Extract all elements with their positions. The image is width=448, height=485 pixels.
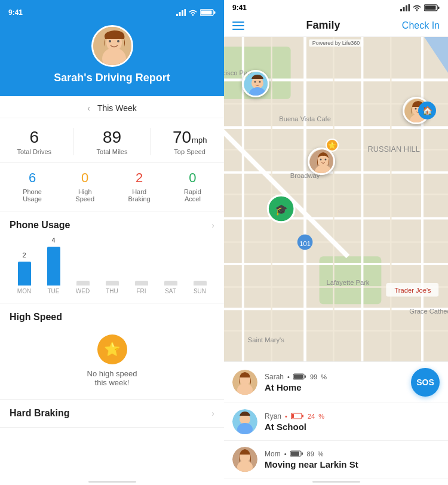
left-scrollbar xyxy=(88,481,136,483)
sarah-location: At Home xyxy=(265,382,404,392)
top-speed-label: Top Speed xyxy=(174,148,205,155)
hamburger-line-3 xyxy=(232,29,244,30)
stat-total-drives: 6 Total Drives xyxy=(17,128,51,155)
hard-braking-header[interactable]: Hard Braking › xyxy=(0,400,224,427)
bar-sat-day: SAT xyxy=(165,288,176,294)
bar-wed-day: WED xyxy=(76,288,90,294)
signal-icon xyxy=(176,9,186,16)
svg-text:Trader Joe's: Trader Joe's xyxy=(394,287,431,294)
week-nav[interactable]: ‹ This Week xyxy=(0,96,224,118)
hamburger-line-1 xyxy=(232,22,244,23)
hamburger-line-2 xyxy=(232,25,244,26)
total-miles-label: Total Miles xyxy=(97,148,128,155)
phone-usage-chart: 2 MON 4 TUE WED THU xyxy=(0,237,224,303)
home-pin: 🏠 xyxy=(418,102,436,119)
svg-rect-88 xyxy=(302,415,303,418)
bar-thu: THU xyxy=(97,271,127,294)
status-icons-right xyxy=(400,4,440,11)
sos-button[interactable]: SOS xyxy=(411,368,440,397)
member-item-ryan[interactable]: Ryan • 24 % At School xyxy=(224,403,448,441)
ryan-dot: • xyxy=(285,413,287,420)
mom-name-row: Mom • 89 % xyxy=(265,450,440,458)
svg-text:Lafayette Park: Lafayette Park xyxy=(326,279,369,286)
bar-mon-bar xyxy=(18,262,31,286)
bar-fri-day: FRI xyxy=(136,288,146,294)
svg-rect-14 xyxy=(406,5,407,11)
svg-rect-5 xyxy=(201,11,212,15)
mom-name: Mom xyxy=(265,450,281,458)
avatar xyxy=(91,25,133,67)
sarah-name-row: Sarah • 99 % xyxy=(265,373,404,381)
member-info-mom: Mom • 89 % Moving near Larkin St xyxy=(265,450,440,469)
hard-braking-section: Hard Braking › xyxy=(0,400,224,428)
ryan-name-row: Ryan • 24 % xyxy=(265,412,440,420)
mom-battery-symbol: % xyxy=(318,450,324,458)
bar-sun-day: SUN xyxy=(194,288,206,294)
bar-sat: SAT xyxy=(156,271,185,294)
svg-text:101: 101 xyxy=(299,240,311,247)
driving-report-title: Sarah's Driving Report xyxy=(54,72,170,84)
alert-rapid-accel: 0 RapidAccel xyxy=(184,170,201,202)
left-header: 9:41 xyxy=(0,0,224,96)
svg-rect-15 xyxy=(409,4,410,11)
svg-point-10 xyxy=(109,40,111,42)
total-drives-number: 6 xyxy=(30,128,39,147)
right-scrollbar xyxy=(312,481,360,483)
high-speed-label: HighSpeed xyxy=(75,188,94,202)
bar-mon-day: MON xyxy=(17,288,31,294)
status-time-left: 9:41 xyxy=(8,8,23,17)
member-avatar-ryan xyxy=(232,409,257,434)
high-speed-content: ⭐ No high speedthis week! xyxy=(0,329,224,399)
members-list: Sarah • 99 % At Home SOS xyxy=(224,361,448,478)
bar-wed-bar xyxy=(76,281,90,286)
status-bar-right: 9:41 xyxy=(224,0,448,16)
hard-braking-title: Hard Braking xyxy=(10,408,69,419)
bar-wed: WED xyxy=(68,271,97,294)
svg-rect-2 xyxy=(182,10,183,16)
check-in-button[interactable]: Check In xyxy=(402,20,440,31)
map-container[interactable]: Powered by Life360 xyxy=(224,37,448,361)
phone-usage-title: Phone Usage xyxy=(10,220,70,231)
high-speed-message: No high speedthis week! xyxy=(87,369,137,387)
member-item-mom[interactable]: Mom • 89 % Moving near Larkin St xyxy=(224,441,448,478)
svg-rect-1 xyxy=(179,12,181,16)
high-speed-header: High Speed xyxy=(0,303,224,329)
ryan-battery-icon xyxy=(291,413,304,419)
home-pin-icon: 🏠 xyxy=(418,102,436,119)
bar-sun: SUN xyxy=(185,271,214,294)
wifi-icon xyxy=(188,9,198,16)
sarah-name: Sarah xyxy=(265,373,284,381)
alert-hard-braking: 2 HardBraking xyxy=(128,170,150,202)
trophy-circle: ⭐ xyxy=(97,334,127,364)
mom-battery-pct: 89 xyxy=(307,450,314,458)
week-prev-chevron[interactable]: ‹ xyxy=(87,103,90,113)
high-speed-number: 0 xyxy=(81,170,88,186)
right-panel: 9:41 Family xyxy=(224,0,448,485)
svg-rect-3 xyxy=(185,9,186,16)
mom-location: Moving near Larkin St xyxy=(265,459,440,469)
total-drives-label: Total Drives xyxy=(17,148,51,155)
svg-point-75 xyxy=(320,159,322,161)
total-miles-number: 89 xyxy=(103,128,121,147)
svg-rect-87 xyxy=(291,414,294,418)
member-item-sarah[interactable]: Sarah • 99 % At Home SOS xyxy=(224,362,448,403)
signal-icon-right xyxy=(400,4,410,11)
alert-high-speed: 0 HighSpeed xyxy=(75,170,94,202)
svg-point-11 xyxy=(117,40,119,42)
alert-phone-usage: 6 PhoneUsage xyxy=(23,170,42,202)
right-app-header: Family Check In xyxy=(224,16,448,37)
svg-text:Buena Vista Cafe: Buena Vista Cafe xyxy=(279,115,331,122)
hamburger-menu[interactable] xyxy=(232,22,244,30)
bar-sat-bar xyxy=(164,281,177,286)
family-title: Family xyxy=(306,19,340,32)
map-avatar-ryan xyxy=(242,70,269,97)
hard-braking-chevron[interactable]: › xyxy=(211,409,214,418)
phone-usage-header[interactable]: Phone Usage › xyxy=(0,211,224,237)
stats-row: 6 Total Drives 89 Total Miles 70 mph Top… xyxy=(0,118,224,163)
mom-dot: • xyxy=(284,450,287,458)
svg-rect-17 xyxy=(425,6,436,10)
svg-rect-93 xyxy=(291,452,299,456)
member-info-ryan: Ryan • 24 % At School xyxy=(265,412,440,432)
bar-tue: 4 TUE xyxy=(39,237,68,294)
phone-usage-chevron[interactable]: › xyxy=(211,220,214,230)
